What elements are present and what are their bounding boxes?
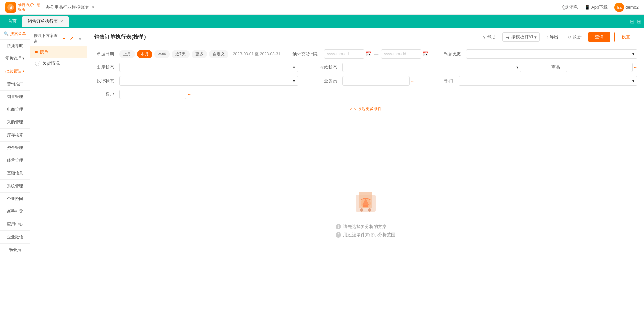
- scheme-item-press[interactable]: 按单: [30, 46, 87, 58]
- customer-input[interactable]: [119, 90, 186, 99]
- help-icon: ?: [483, 35, 485, 40]
- export-icon: ↑: [546, 35, 549, 40]
- help-button[interactable]: ? 帮助: [480, 33, 498, 41]
- department-select[interactable]: ▾: [459, 76, 637, 86]
- message-action[interactable]: 💬 消息: [562, 4, 578, 10]
- date-label: 单据日期: [94, 51, 114, 57]
- svg-point-8: [368, 208, 371, 212]
- delivery-status-select[interactable]: ▾: [119, 63, 298, 72]
- svg-rect-6: [363, 205, 368, 207]
- date-input-group: 📅 — 📅: [324, 49, 428, 59]
- filter-area: 单据日期 上月 本月 本年 近7天 更多 自定义 2023-03-01 至 20…: [87, 45, 644, 103]
- svg-point-7: [360, 208, 363, 212]
- print-button[interactable]: 🖨 按模板打印 ▾: [502, 32, 540, 42]
- tip-text-2: 用过滤条件来缩小分析范围: [343, 232, 395, 238]
- logo-area: 好 畅捷通好生意 标版: [5, 2, 40, 13]
- sidebar-retail-label: 零售管理: [5, 56, 21, 61]
- filter-row-2: 出库状态 ▾ 收款状态 ▾ 商品 ···: [94, 63, 637, 72]
- settings-button[interactable]: 设置: [614, 32, 637, 42]
- left-panel-header: 按以下方案查询 + «: [30, 31, 87, 46]
- sidebar-item-purchase[interactable]: 采购管理: [0, 116, 30, 129]
- payment-status-select[interactable]: ▾: [342, 63, 521, 72]
- tip-num-2: 2: [336, 232, 341, 238]
- date-btn-last-month[interactable]: 上月: [119, 50, 135, 58]
- tab-minimize-icon[interactable]: ⊟: [630, 18, 634, 25]
- sidebar-item-appstore[interactable]: 应用中心: [0, 218, 30, 231]
- tab-maximize-icon[interactable]: ⊞: [637, 18, 641, 25]
- sidebar: 🔍 搜索菜单 快捷导航 零售管理 ▾ 批发管理 ▴ 营销推广 销售管理 电商管理…: [0, 28, 30, 310]
- page-header-actions: ? 帮助 🖨 按模板打印 ▾ ↑ 导出 ↺: [480, 32, 637, 42]
- sidebar-item-newbie[interactable]: 新手引导: [0, 205, 30, 218]
- date-btn-custom[interactable]: 自定义: [209, 50, 228, 58]
- date-end-input[interactable]: [381, 49, 421, 59]
- order-status-dropdown-icon: ▾: [632, 52, 634, 56]
- filter-row-1: 单据日期 上月 本月 本年 近7天 更多 自定义 2023-03-01 至 20…: [94, 49, 637, 59]
- collapse-bar[interactable]: ∧∧ 收起更多条件: [87, 103, 644, 114]
- sidebar-item-system[interactable]: 系统管理: [0, 180, 30, 193]
- scheme-press-label: 按单: [40, 49, 48, 55]
- sidebar-item-corp[interactable]: 企业协同: [0, 193, 30, 205]
- date-btn-more[interactable]: 更多: [192, 50, 207, 58]
- tip-text-1: 请先选择要分析的方案: [343, 224, 387, 230]
- empty-state: 1 请先选择要分析的方案 2 用过滤条件来缩小分析范围: [87, 114, 644, 310]
- refresh-button[interactable]: ↺ 刷新: [565, 33, 584, 41]
- sidebar-item-finance[interactable]: 资金管理: [0, 142, 30, 154]
- sidebar-item-inventory[interactable]: 库存核算: [0, 129, 30, 142]
- collapse-up-icon: ∧∧: [350, 106, 357, 111]
- date-filter-group: 上月 本月 本年 近7天 更多 自定义 2023-03-01 至 2023-03…: [119, 50, 280, 58]
- app-download-icon: 📱: [585, 5, 590, 10]
- salesperson-input[interactable]: [342, 76, 410, 86]
- message-label: 消息: [569, 4, 578, 10]
- export-button[interactable]: ↑ 导出: [544, 33, 561, 41]
- user-action[interactable]: Ea demo2: [614, 3, 639, 12]
- sidebar-search[interactable]: 🔍 搜索菜单: [0, 28, 30, 40]
- sidebar-item-ecommerce[interactable]: 电商管理: [0, 103, 30, 116]
- salesperson-more-button[interactable]: ···: [411, 79, 414, 83]
- scheme-item-credit[interactable]: ○ 欠货情况: [30, 58, 87, 69]
- department-dropdown-icon: ▾: [632, 79, 634, 83]
- date-btn-current-year[interactable]: 本年: [154, 50, 170, 58]
- app-download-label: App下载: [591, 4, 608, 10]
- date-range-text: 2023-03-01 至 2023-03-31: [233, 51, 280, 57]
- sidebar-finance-label: 资金管理: [7, 145, 23, 150]
- exec-status-select[interactable]: ▾: [119, 76, 298, 86]
- collapse-panel-button[interactable]: «: [77, 35, 84, 42]
- order-status-select[interactable]: ▾: [466, 49, 637, 59]
- tab-home[interactable]: 首页: [3, 16, 22, 27]
- date-btn-last7days[interactable]: 近7天: [172, 50, 190, 58]
- date-btn-current-month[interactable]: 本月: [137, 50, 152, 58]
- department-label: 部门: [433, 78, 453, 84]
- message-icon: 💬: [562, 5, 568, 10]
- date-separator: —: [373, 52, 380, 57]
- goods-more-button[interactable]: ···: [634, 65, 637, 70]
- sidebar-ecommerce-label: 电商管理: [7, 107, 23, 112]
- edit-scheme-button[interactable]: [69, 35, 75, 42]
- add-scheme-button[interactable]: +: [61, 35, 67, 42]
- tab-sales-order[interactable]: 销售订单执行表 ✕: [22, 16, 69, 27]
- sidebar-item-wechat[interactable]: 企业微信: [0, 231, 30, 244]
- sidebar-item-base[interactable]: 基础信息: [0, 167, 30, 180]
- order-status-label: 单据状态: [440, 51, 461, 57]
- date-start-input[interactable]: [324, 49, 364, 59]
- sidebar-item-operation[interactable]: 经营管理: [0, 154, 30, 167]
- filter-row-4: 客户 ···: [94, 90, 637, 99]
- sidebar-sales-label: 销售管理: [7, 94, 23, 99]
- tab-bar-right: ⊟ ⊞: [630, 18, 641, 25]
- sidebar-item-retail[interactable]: 零售管理 ▾: [0, 52, 30, 65]
- sidebar-inventory-label: 库存核算: [7, 133, 23, 137]
- sidebar-item-sales[interactable]: 销售管理: [0, 91, 30, 103]
- customer-more-button[interactable]: ···: [188, 92, 191, 97]
- goods-input[interactable]: [566, 63, 633, 72]
- breadcrumb-dropdown-icon[interactable]: ▾: [92, 5, 94, 10]
- export-label: 导出: [550, 34, 558, 40]
- search-button[interactable]: 查询: [588, 32, 610, 42]
- sidebar-item-member[interactable]: 畅会员: [0, 244, 30, 256]
- sidebar-item-quick-nav[interactable]: 快捷导航: [0, 40, 30, 52]
- calendar-end-icon[interactable]: 📅: [423, 51, 428, 57]
- app-download-action[interactable]: 📱 App下载: [585, 4, 608, 10]
- print-dropdown-icon: ▾: [534, 35, 537, 40]
- sidebar-item-marketing[interactable]: 营销推广: [0, 78, 30, 91]
- sidebar-item-wholesale[interactable]: 批发管理 ▴: [0, 65, 30, 78]
- tab-close-icon[interactable]: ✕: [60, 19, 63, 24]
- calendar-start-icon[interactable]: 📅: [366, 51, 371, 57]
